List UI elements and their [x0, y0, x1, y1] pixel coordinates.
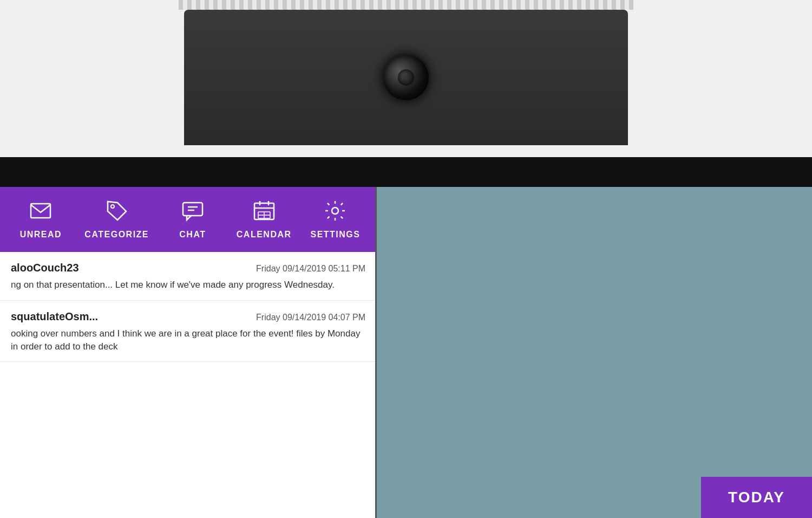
camera-lens: [382, 53, 430, 102]
minimize-button[interactable]: —: [292, 321, 302, 331]
window-controls: — ❐ ✕: [292, 321, 338, 331]
nav-item-unread[interactable]: UNREAD: [14, 199, 68, 239]
app-panel: UNREAD CATEGORIZE CHAT: [0, 187, 376, 518]
tag-icon: [106, 199, 128, 225]
svg-rect-0: [31, 204, 50, 218]
nav-label-chat: CHAT: [179, 230, 206, 239]
restore-button[interactable]: ❐: [312, 321, 320, 331]
message-header: alooCouch23 Friday 09/14/2019 05:11 PM: [11, 262, 365, 274]
panel-divider: [375, 187, 377, 518]
camera-inner-lens: [398, 69, 414, 86]
nav-item-categorize[interactable]: CATEGORIZE: [84, 199, 149, 239]
message-time: Friday 09/14/2019 05:11 PM: [256, 264, 365, 274]
svg-rect-2: [183, 203, 202, 216]
hardware-area: [0, 0, 812, 157]
nav-item-calendar[interactable]: CALENDAR: [237, 199, 292, 239]
gear-icon: [324, 199, 346, 225]
nav-label-unread: UNREAD: [20, 230, 62, 239]
calendar-icon: [253, 199, 276, 225]
svg-point-1: [111, 205, 114, 208]
nav-item-chat[interactable]: CHAT: [166, 199, 220, 239]
right-panel: TODAY: [376, 187, 812, 518]
title-bar: — ❐ ✕: [0, 157, 812, 187]
device-body: [184, 10, 628, 145]
sender-name: squatulateOsm...: [11, 310, 98, 323]
nav-label-settings: SETTINGS: [310, 230, 360, 239]
teeth-strip: [179, 0, 633, 10]
message-list: alooCouch23 Friday 09/14/2019 05:11 PM n…: [0, 252, 376, 362]
svg-point-15: [332, 208, 338, 214]
nav-label-calendar: CALENDAR: [237, 230, 292, 239]
nav-item-settings[interactable]: SETTINGS: [308, 199, 362, 239]
mail-icon: [29, 199, 52, 225]
chat-icon: [181, 199, 204, 225]
message-preview: ng on that presentation... Let me know i…: [11, 279, 365, 292]
sender-name: alooCouch23: [11, 262, 79, 274]
nav-bar: UNREAD CATEGORIZE CHAT: [0, 187, 376, 252]
message-item[interactable]: alooCouch23 Friday 09/14/2019 05:11 PM n…: [0, 252, 376, 301]
today-button[interactable]: TODAY: [701, 477, 812, 518]
nav-label-categorize: CATEGORIZE: [84, 230, 149, 239]
close-button[interactable]: ✕: [330, 321, 338, 331]
